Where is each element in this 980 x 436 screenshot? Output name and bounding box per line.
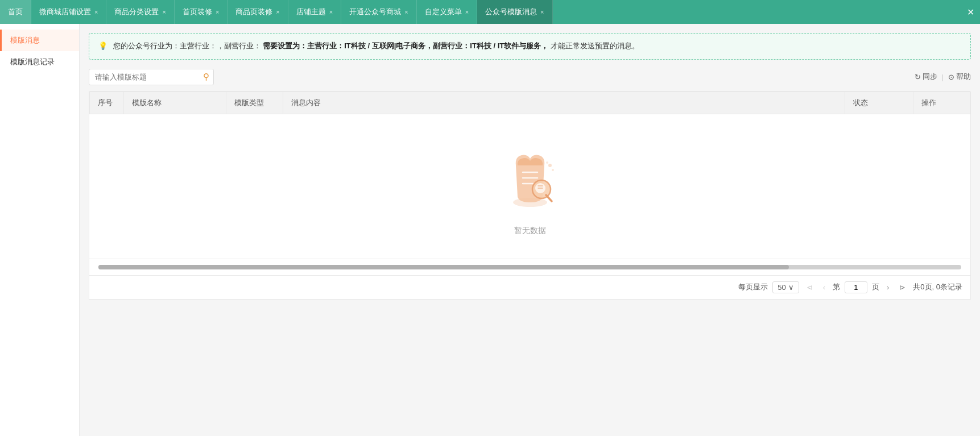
bulb-icon: 💡 xyxy=(98,41,107,50)
tab-custom-menu[interactable]: 自定义菜单 × xyxy=(417,0,477,24)
sync-icon: ↻ xyxy=(915,73,921,81)
empty-state: 暂无数据 xyxy=(89,114,970,259)
col-header-name: 模版名称 xyxy=(124,92,226,114)
close-icon[interactable]: × xyxy=(404,9,408,15)
col-header-type: 模版类型 xyxy=(226,92,283,114)
empty-text: 暂无数据 xyxy=(514,226,546,236)
page-size-label: 每页显示 xyxy=(738,282,768,292)
notice-highlight: 需要设置为：主营行业：IT科技 / 互联网|电子商务，副营行业：IT科技 / I… xyxy=(263,41,548,50)
search-left: ⚲ xyxy=(89,69,214,85)
search-input[interactable] xyxy=(89,69,214,85)
search-right: ↻ 同步 | ⊙ 帮助 xyxy=(915,72,971,82)
scrollbar-thumb[interactable] xyxy=(98,265,789,269)
pagination: 每页显示 50 ∨ ⊲ ‹ 第 页 › ⊳ 共0页, 0条记录 xyxy=(89,276,971,300)
tab-product-page[interactable]: 商品页装修 × xyxy=(228,0,288,24)
chevron-down-icon: ∨ xyxy=(788,283,794,292)
data-table: 序号 模版名称 模版类型 消息内容 状态 操作 xyxy=(89,92,970,114)
tab-open-wechat[interactable]: 开通公众号商城 × xyxy=(341,0,416,24)
search-bar: ⚲ ↻ 同步 | ⊙ 帮助 xyxy=(89,69,971,85)
svg-point-9 xyxy=(548,164,552,167)
svg-line-6 xyxy=(546,195,552,201)
last-page-button[interactable]: ⊳ xyxy=(896,282,908,293)
tab-store-settings[interactable]: 微商城店铺设置 × xyxy=(31,0,106,24)
scrollbar-track[interactable] xyxy=(98,265,961,269)
table-header-row: 序号 模版名称 模版类型 消息内容 状态 操作 xyxy=(90,92,970,114)
svg-point-10 xyxy=(552,169,554,171)
col-header-status: 状态 xyxy=(845,92,913,114)
close-icon[interactable]: × xyxy=(216,9,219,15)
prev-page-button[interactable]: ‹ xyxy=(820,282,828,293)
close-icon[interactable]: × xyxy=(329,9,333,15)
help-button[interactable]: ⊙ 帮助 xyxy=(948,72,971,82)
empty-illustration xyxy=(496,148,564,217)
notice-suffix: 才能正常发送预置的消息。 xyxy=(551,41,639,50)
close-icon[interactable]: × xyxy=(162,9,166,15)
main-layout: 模版消息 模版消息记录 💡 您的公众号行业为：主营行业：，副营行业： 需要设置为… xyxy=(0,24,980,436)
close-all-button[interactable]: ✕ xyxy=(967,7,974,18)
col-header-index: 序号 xyxy=(90,92,124,114)
page-label: 第 xyxy=(833,282,840,292)
first-page-button[interactable]: ⊲ xyxy=(804,282,816,293)
notice-box: 💡 您的公众号行业为：主营行业：，副营行业： 需要设置为：主营行业：IT科技 /… xyxy=(89,33,971,60)
tab-template-msg[interactable]: 公众号模版消息 × xyxy=(477,0,552,24)
sidebar-item-template-msg[interactable]: 模版消息 xyxy=(0,30,79,51)
close-icon[interactable]: × xyxy=(540,9,544,15)
notice-prefix: 您的公众号行业为：主营行业：，副营行业： xyxy=(113,41,261,50)
tab-home[interactable]: 首页 xyxy=(0,0,31,24)
close-icon[interactable]: × xyxy=(465,9,469,15)
sync-button[interactable]: ↻ 同步 xyxy=(915,72,937,82)
tab-store-theme[interactable]: 店铺主题 × xyxy=(288,0,341,24)
top-nav: 首页 微商城店铺设置 × 商品分类设置 × 首页装修 × 商品页装修 × 店铺主… xyxy=(0,0,980,24)
divider: | xyxy=(942,73,944,81)
total-info: 共0页, 0条记录 xyxy=(913,282,962,292)
tab-product-category[interactable]: 商品分类设置 × xyxy=(106,0,174,24)
close-icon[interactable]: × xyxy=(276,9,279,15)
data-table-wrap: 序号 模版名称 模版类型 消息内容 状态 操作 xyxy=(89,91,971,259)
next-page-button[interactable]: › xyxy=(884,282,892,293)
help-icon: ⊙ xyxy=(948,73,954,81)
col-header-content: 消息内容 xyxy=(283,92,845,114)
svg-point-11 xyxy=(546,161,548,164)
col-header-action: 操作 xyxy=(913,92,970,114)
sidebar: 模版消息 模版消息记录 xyxy=(0,24,80,436)
page-unit: 页 xyxy=(872,282,879,292)
search-icon[interactable]: ⚲ xyxy=(203,72,209,82)
page-input[interactable] xyxy=(845,281,867,293)
close-icon[interactable]: × xyxy=(94,9,98,15)
tab-home-decor[interactable]: 首页装修 × xyxy=(175,0,228,24)
sidebar-item-template-msg-record[interactable]: 模版消息记录 xyxy=(0,51,79,73)
page-size-select[interactable]: 50 ∨ xyxy=(772,281,799,293)
page-size-value: 50 xyxy=(778,283,785,292)
search-input-wrap: ⚲ xyxy=(89,69,214,85)
main-content: 💡 您的公众号行业为：主营行业：，副营行业： 需要设置为：主营行业：IT科技 /… xyxy=(80,24,980,436)
scrollbar-area xyxy=(89,259,971,276)
